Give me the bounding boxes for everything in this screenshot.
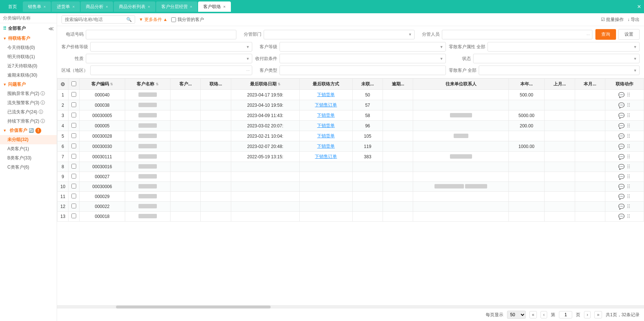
cell-name[interactable] xyxy=(125,90,170,100)
cell-name[interactable] xyxy=(125,121,170,131)
cell-name[interactable] xyxy=(125,131,170,141)
row-checkbox[interactable] xyxy=(71,184,76,188)
cell-checkbox[interactable] xyxy=(68,202,80,212)
cell-checkbox[interactable] xyxy=(68,152,80,162)
tab-product-list-close[interactable]: × xyxy=(148,4,150,9)
filter-customer-level-select[interactable]: ▼ xyxy=(279,42,446,52)
cell-checkbox[interactable] xyxy=(68,162,80,172)
grid-action-icon[interactable]: ⠿ xyxy=(627,123,630,129)
cell-checkbox[interactable] xyxy=(68,212,80,222)
cell-name[interactable] xyxy=(125,152,170,162)
row-checkbox[interactable] xyxy=(71,154,76,159)
grid-action-icon[interactable]: ⠿ xyxy=(627,92,630,98)
row-checkbox[interactable] xyxy=(71,194,76,198)
first-page-btn[interactable]: « xyxy=(529,311,537,318)
grid-action-icon[interactable]: ⠿ xyxy=(627,214,630,219)
sidebar-item-tomorrow[interactable]: 明天待联络(1) xyxy=(0,52,57,61)
tab-customer-tier-close[interactable]: × xyxy=(190,4,192,9)
cell-last-method[interactable] xyxy=(299,172,352,182)
per-page-select[interactable]: 50 20 100 xyxy=(507,311,526,319)
method-link[interactable]: 下销货单 xyxy=(317,133,335,138)
sidebar-group-value[interactable]: ▼ 价值客户 🔄 ! xyxy=(0,126,57,135)
search-input[interactable] xyxy=(65,17,125,22)
sidebar-group-problem[interactable]: ▼ 问题客户 xyxy=(0,80,57,89)
scrollbar-thumb[interactable] xyxy=(116,306,271,308)
row-checkbox[interactable] xyxy=(71,113,76,117)
sidebar-search-input[interactable] xyxy=(3,15,57,21)
sidebar-collapse-btn[interactable]: ≪ xyxy=(48,26,54,32)
method-link[interactable]: 下销货单 xyxy=(317,92,335,97)
refresh-icon[interactable]: 🔄 xyxy=(29,128,34,133)
row-checkbox[interactable] xyxy=(71,204,76,208)
my-customers-checkbox[interactable] xyxy=(171,17,176,22)
grid-action-icon[interactable]: ⠿ xyxy=(627,184,630,190)
cell-last-method[interactable]: 下销货单 xyxy=(299,141,352,152)
message-icon[interactable]: 💬 xyxy=(618,154,624,160)
all-customers-label[interactable]: 全部客户 xyxy=(8,25,26,32)
grid-action-icon[interactable]: ⠿ xyxy=(627,194,630,200)
query-btn[interactable]: 查询 xyxy=(595,29,616,40)
next-page-btn[interactable]: › xyxy=(584,311,591,318)
sidebar-item-class-c[interactable]: C类客户(6) xyxy=(0,163,57,172)
reset-btn[interactable]: 设置 xyxy=(618,29,640,40)
cell-name[interactable] xyxy=(125,192,170,202)
tab-customer-contact-close[interactable]: × xyxy=(223,4,225,9)
cell-checkbox[interactable] xyxy=(68,131,80,141)
cell-last-method[interactable]: 下销货单 xyxy=(299,90,352,100)
method-link[interactable]: 下销货单 xyxy=(317,144,335,149)
filter-manager-select[interactable]: ··· xyxy=(442,30,592,39)
message-icon[interactable]: 💬 xyxy=(618,204,624,209)
search-icon[interactable]: 🔍 xyxy=(126,17,132,22)
filter-retail-attr-select[interactable]: ▼ xyxy=(488,42,640,52)
close-all-tabs[interactable]: × xyxy=(637,3,641,11)
cell-name[interactable] xyxy=(125,182,170,192)
message-icon[interactable]: 💬 xyxy=(618,102,624,108)
cell-last-method[interactable] xyxy=(299,192,352,202)
cell-name[interactable] xyxy=(125,141,170,152)
select-all-checkbox[interactable] xyxy=(71,81,76,86)
table-scrollbar[interactable] xyxy=(57,305,644,308)
export-btn[interactable]: ↓ 导出 xyxy=(627,17,640,23)
cell-last-method[interactable] xyxy=(299,212,352,222)
method-link[interactable]: 下销货单 xyxy=(317,123,335,128)
cell-checkbox[interactable] xyxy=(68,90,80,100)
page-input[interactable] xyxy=(559,311,572,318)
cell-name[interactable] xyxy=(125,100,170,110)
grid-action-icon[interactable]: ⠿ xyxy=(627,144,630,149)
message-icon[interactable]: 💬 xyxy=(618,174,624,180)
cell-last-method[interactable] xyxy=(299,182,352,192)
sidebar-item-overdue[interactable]: 逾期未联络(30) xyxy=(0,71,57,80)
row-checkbox[interactable] xyxy=(71,92,76,97)
filter-phone-input[interactable] xyxy=(86,30,236,39)
cell-checkbox[interactable] xyxy=(68,100,80,110)
tab-customer-tier[interactable]: 客户分层经营 × xyxy=(156,1,197,12)
col-name[interactable]: 客户名称 ⇅ xyxy=(125,79,170,90)
filter-retail-customer-select[interactable]: ▼ xyxy=(479,66,640,75)
filter-status-select[interactable]: ▼ xyxy=(473,54,640,63)
sidebar-group-pending[interactable]: ▼ 待联络客户 xyxy=(0,34,57,43)
col-gear[interactable]: ⚙ xyxy=(57,79,68,90)
row-checkbox[interactable] xyxy=(71,174,76,179)
cell-checkbox[interactable] xyxy=(68,172,80,182)
method-link[interactable]: 下销售订单 xyxy=(315,154,337,159)
message-icon[interactable]: 💬 xyxy=(618,164,624,170)
cell-last-method[interactable]: 下销货单 xyxy=(299,110,352,121)
sidebar-item-abnormal[interactable]: 囤购异常客户(2) ⓘ xyxy=(0,89,57,98)
tab-sales-close[interactable]: × xyxy=(43,4,46,9)
grid-action-icon[interactable]: ⠿ xyxy=(627,113,630,119)
cell-name[interactable] xyxy=(125,212,170,222)
grid-action-icon[interactable]: ⠿ xyxy=(627,133,630,139)
filter-nature-select[interactable]: ▼ xyxy=(86,54,252,63)
sidebar-item-churn-warning[interactable]: 流失预警客户(3) ⓘ xyxy=(0,98,57,107)
row-checkbox[interactable] xyxy=(71,214,76,218)
cell-name[interactable] xyxy=(125,162,170,172)
sidebar-item-churned[interactable]: 已流失客户(24) ⓘ xyxy=(0,107,57,117)
cell-checkbox[interactable] xyxy=(68,192,80,202)
row-checkbox[interactable] xyxy=(71,164,76,169)
cell-name[interactable] xyxy=(125,110,170,121)
more-conditions-btn[interactable]: ▼ 更多条件 ▲ xyxy=(139,17,168,23)
cell-last-method[interactable]: 下销货单 xyxy=(299,131,352,141)
tab-purchase-close[interactable]: × xyxy=(72,4,74,9)
gear-icon[interactable]: ⚙ xyxy=(60,81,65,87)
tab-product-analysis-close[interactable]: × xyxy=(106,4,108,9)
